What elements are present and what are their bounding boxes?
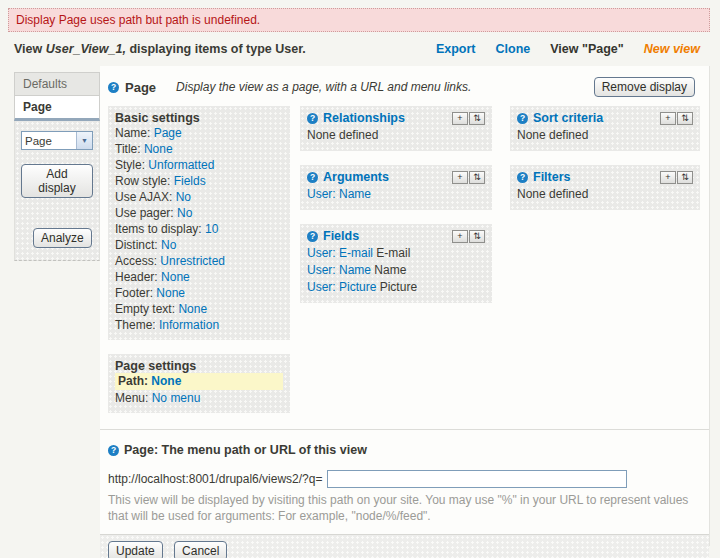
setting-value-link[interactable]: None bbox=[156, 286, 185, 300]
add-icon[interactable]: + bbox=[452, 112, 468, 125]
filters-title-link[interactable]: Filters bbox=[533, 170, 571, 184]
setting-row: Header: None bbox=[115, 269, 283, 285]
setting-row: Use AJAX: No bbox=[115, 189, 283, 205]
filters-empty: None defined bbox=[517, 186, 693, 203]
menu-label: Menu: bbox=[115, 391, 148, 405]
setting-label: Header: bbox=[115, 270, 158, 284]
setting-label: Style: bbox=[115, 158, 145, 172]
setting-label: Distinct: bbox=[115, 238, 158, 252]
display-header: ? Page Display the view as a page, with … bbox=[100, 66, 709, 104]
arguments-title-link[interactable]: Arguments bbox=[323, 170, 389, 184]
display-title: Page bbox=[125, 80, 156, 95]
path-value-link[interactable]: None bbox=[151, 374, 181, 388]
setting-value-link[interactable]: Fields bbox=[174, 174, 206, 188]
setting-label: Use AJAX: bbox=[115, 190, 172, 204]
sort-criteria-header: ? Sort criteria + ⇅ bbox=[517, 111, 693, 125]
fields-buttons: + ⇅ bbox=[451, 230, 485, 243]
setting-row: Empty text: None bbox=[115, 301, 283, 317]
field-item-link[interactable]: User: Picture bbox=[307, 280, 376, 294]
path-form-header: ? Page: The menu path or URL of this vie… bbox=[108, 443, 699, 457]
add-icon[interactable]: + bbox=[660, 112, 676, 125]
setting-value-link[interactable]: None bbox=[144, 142, 173, 156]
setting-value-link[interactable]: None bbox=[178, 302, 207, 316]
display-type-select[interactable]: Page ▼ bbox=[21, 131, 93, 150]
column-right: ? Sort criteria + ⇅ None defined ? Filte… bbox=[510, 106, 700, 224]
setting-label: Theme: bbox=[115, 318, 156, 332]
add-icon[interactable]: + bbox=[452, 230, 468, 243]
relationships-header: ? Relationships + ⇅ bbox=[307, 111, 485, 125]
error-message-text: Display Page uses path but path is undef… bbox=[16, 13, 260, 27]
setting-value-link[interactable]: No bbox=[177, 206, 192, 220]
add-icon[interactable]: + bbox=[660, 171, 676, 184]
tab-page[interactable]: Page bbox=[14, 95, 100, 121]
export-link[interactable]: Export bbox=[436, 42, 476, 56]
setting-label: Row style: bbox=[115, 174, 170, 188]
arguments-header: ? Arguments + ⇅ bbox=[307, 170, 485, 184]
help-question-icon[interactable]: ? bbox=[307, 172, 318, 183]
sort-criteria-box: ? Sort criteria + ⇅ None defined bbox=[510, 106, 700, 151]
setting-label: Title: bbox=[115, 142, 141, 156]
relationships-buttons: + ⇅ bbox=[451, 112, 485, 125]
rearrange-icon[interactable]: ⇅ bbox=[469, 171, 485, 184]
fields-title-link[interactable]: Fields bbox=[323, 229, 359, 243]
help-question-icon[interactable]: ? bbox=[517, 113, 528, 124]
view-title-suffix: displaying items of type User. bbox=[129, 42, 305, 56]
display-type-select-value: Page bbox=[22, 135, 76, 147]
help-question-icon[interactable]: ? bbox=[108, 82, 119, 93]
menu-value-link[interactable]: No menu bbox=[152, 391, 201, 405]
remove-display-button[interactable]: Remove display bbox=[594, 77, 695, 97]
setting-row: Distinct: No bbox=[115, 237, 283, 253]
path-form: ? Page: The menu path or URL of this vie… bbox=[100, 429, 709, 558]
relationships-box: ? Relationships + ⇅ None defined bbox=[300, 106, 492, 151]
rearrange-icon[interactable]: ⇅ bbox=[469, 112, 485, 125]
setting-label: Empty text: bbox=[115, 302, 175, 316]
help-question-icon[interactable]: ? bbox=[307, 231, 318, 242]
add-display-button[interactable]: Add display bbox=[21, 164, 93, 198]
setting-value-link[interactable]: Unformatted bbox=[148, 158, 214, 172]
field-item: User: Name Name bbox=[307, 262, 485, 279]
field-item-link[interactable]: User: E-mail bbox=[307, 246, 373, 260]
path-input[interactable] bbox=[327, 470, 627, 488]
clone-link[interactable]: Clone bbox=[496, 42, 531, 56]
form-actions: Update Cancel bbox=[100, 534, 709, 558]
rearrange-icon[interactable]: ⇅ bbox=[469, 230, 485, 243]
help-question-icon[interactable]: ? bbox=[307, 113, 318, 124]
filters-buttons: + ⇅ bbox=[659, 171, 693, 184]
fields-header: ? Fields + ⇅ bbox=[307, 229, 485, 243]
field-item-link[interactable]: User: Name bbox=[307, 263, 371, 277]
setting-value-link[interactable]: None bbox=[161, 270, 190, 284]
setting-value-link[interactable]: Unrestricted bbox=[160, 254, 225, 268]
analyze-button[interactable]: Analyze bbox=[33, 228, 92, 248]
page-settings-box: Page settings Path: None Menu: No menu bbox=[108, 354, 290, 413]
setting-label: Footer: bbox=[115, 286, 153, 300]
add-icon[interactable]: + bbox=[452, 171, 468, 184]
url-row: http://localhost:8001/drupal6/views2/?q= bbox=[108, 470, 699, 488]
field-item-label: Picture bbox=[380, 280, 417, 294]
tab-defaults[interactable]: Defaults bbox=[14, 72, 100, 95]
path-form-title: Page: The menu path or URL of this view bbox=[124, 443, 367, 457]
help-question-icon[interactable]: ? bbox=[108, 445, 119, 456]
setting-row: Theme: Information bbox=[115, 317, 283, 333]
rearrange-icon[interactable]: ⇅ bbox=[677, 171, 693, 184]
setting-value-link[interactable]: 10 bbox=[205, 222, 218, 236]
setting-value-link[interactable]: Information bbox=[159, 318, 219, 332]
view-page-link[interactable]: View "Page" bbox=[550, 42, 623, 56]
setting-row: Title: None bbox=[115, 141, 283, 157]
setting-value-link[interactable]: No bbox=[161, 238, 176, 252]
sort-criteria-empty: None defined bbox=[517, 127, 693, 144]
setting-value-link[interactable]: Page bbox=[154, 126, 182, 140]
display-sidebar: Defaults Page Page ▼ Add display Analyze bbox=[14, 72, 100, 261]
sort-criteria-title-link[interactable]: Sort criteria bbox=[533, 111, 603, 125]
help-question-icon[interactable]: ? bbox=[517, 172, 528, 183]
relationships-title-link[interactable]: Relationships bbox=[323, 111, 405, 125]
argument-item-link[interactable]: User: Name bbox=[307, 187, 371, 201]
path-label: Path: bbox=[118, 374, 148, 388]
update-button[interactable]: Update bbox=[108, 541, 163, 558]
setting-label: Name: bbox=[115, 126, 150, 140]
new-view-link[interactable]: New view bbox=[644, 42, 700, 56]
fields-box: ? Fields + ⇅ User: E-mail E-mail User: N… bbox=[300, 224, 492, 303]
error-message: Display Page uses path but path is undef… bbox=[8, 8, 710, 32]
setting-value-link[interactable]: No bbox=[176, 190, 191, 204]
cancel-button[interactable]: Cancel bbox=[174, 541, 227, 558]
rearrange-icon[interactable]: ⇅ bbox=[677, 112, 693, 125]
